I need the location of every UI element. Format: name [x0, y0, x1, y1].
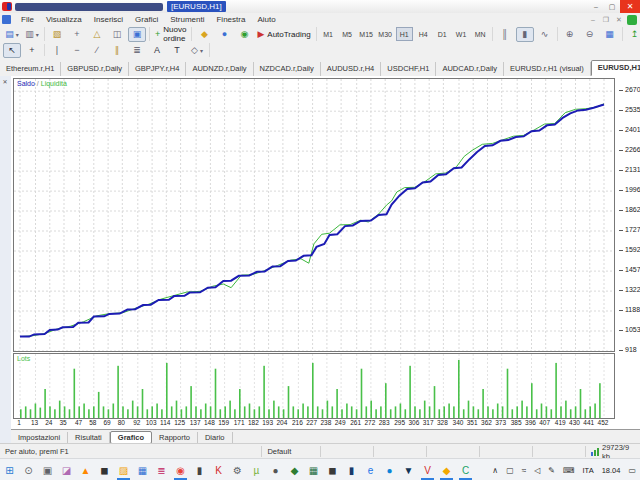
candles-chart-icon[interactable]: ▮: [516, 27, 534, 42]
news-icon[interactable]: ◉: [235, 27, 253, 42]
timeframe-h4[interactable]: H4: [415, 27, 432, 41]
app-icon-7[interactable]: ◼: [323, 460, 342, 480]
timeframe-h1[interactable]: H1: [396, 27, 413, 41]
chart-tab-audcad-r-daily[interactable]: AUDCAD.r,Daily: [436, 62, 504, 76]
timeframe-mn[interactable]: MN: [472, 27, 489, 41]
equity-curve-plot[interactable]: [13, 78, 615, 352]
chart-tab-eurusd-r-h1-visual-[interactable]: EURUSD.r,H1 (visual): [504, 62, 591, 76]
text-icon[interactable]: A: [148, 43, 166, 58]
menu-inserisci[interactable]: Inserisci: [88, 15, 129, 24]
tile-windows-icon[interactable]: ▦: [601, 27, 619, 42]
volume-muted-icon[interactable]: ◁: [530, 466, 544, 475]
menu-visualizza[interactable]: Visualizza: [40, 15, 88, 24]
menu-grafici[interactable]: Grafici: [129, 15, 164, 24]
app-icon-5[interactable]: ▮: [190, 460, 209, 480]
timeframe-m5[interactable]: M5: [339, 27, 356, 41]
tester-graph-area[interactable]: Saldo / Liquidità Lots 26702535240122662…: [11, 76, 640, 429]
app-icon-6[interactable]: ●: [266, 460, 285, 480]
chart-tab-usdchf-h1[interactable]: USDCHF,H1: [381, 62, 436, 76]
skype-icon[interactable]: ●: [380, 460, 399, 480]
chart-tab-audnzd-r-daily[interactable]: AUDNZD.r,Daily: [186, 62, 253, 76]
utorrent-icon[interactable]: µ: [247, 460, 266, 480]
store-icon[interactable]: ▼: [399, 460, 418, 480]
menu-finestra[interactable]: Finestra: [210, 15, 251, 24]
vertical-line-icon[interactable]: |: [48, 43, 66, 58]
timeframe-w1[interactable]: W1: [453, 27, 470, 41]
tablet-mode-icon[interactable]: ▢: [502, 466, 518, 475]
network-icon[interactable]: ≈: [518, 466, 530, 475]
chart-restore-icon[interactable]: ❐: [601, 16, 611, 24]
auto-scroll-icon[interactable]: +: [68, 27, 86, 42]
tester-tab-impostazioni[interactable]: Impostazioni: [11, 432, 68, 443]
trendline-icon[interactable]: ∕: [88, 43, 106, 58]
timeframe-m30[interactable]: M30: [377, 27, 394, 41]
excel-icon[interactable]: ▦: [304, 460, 323, 480]
menu-strumenti[interactable]: Strumenti: [164, 15, 210, 24]
app-icon-3[interactable]: ▦: [133, 460, 152, 480]
history-center-icon[interactable]: ◆: [195, 27, 213, 42]
bars-chart-icon[interactable]: ║: [496, 27, 514, 42]
lots-histogram-plot[interactable]: [13, 353, 615, 419]
arrange-up-icon[interactable]: ↥: [626, 27, 640, 42]
app-icon-c[interactable]: C: [456, 460, 475, 480]
label-icon[interactable]: T: [168, 43, 186, 58]
settings-icon[interactable]: ⚙: [228, 460, 247, 480]
objects-icon[interactable]: △: [88, 27, 106, 42]
app-icon-8[interactable]: ▮: [342, 460, 361, 480]
fibonacci-icon[interactable]: ≣: [128, 43, 146, 58]
antivirus-icon[interactable]: V: [418, 460, 437, 480]
action-center-icon[interactable]: ▭: [624, 466, 640, 475]
keyboard-icon[interactable]: ⌨: [559, 466, 579, 475]
chart-minimize-icon[interactable]: –: [588, 16, 598, 23]
close-button[interactable]: ✕: [620, 0, 640, 13]
profiles-icon[interactable]: ▥▾: [23, 27, 41, 42]
app-icon-1[interactable]: ◪: [57, 460, 76, 480]
tester-tab-diario[interactable]: Diario: [198, 432, 233, 443]
chart-shift-icon[interactable]: ▧: [48, 27, 66, 42]
channel-icon[interactable]: ∥: [108, 43, 126, 58]
minimize-button[interactable]: –: [588, 1, 604, 12]
overlay-green-icon[interactable]: [627, 15, 637, 25]
chart-tab-gbpjpy-r-h4[interactable]: GBPJPY.r,H4: [129, 62, 186, 76]
zoom-out-icon[interactable]: ⊖: [581, 27, 599, 42]
new-order-button[interactable]: +Nuovo ordine: [153, 27, 188, 42]
chart-system-icon[interactable]: [2, 15, 11, 24]
vlc-icon[interactable]: ▲: [76, 460, 95, 480]
language-indicator[interactable]: ITA: [579, 466, 598, 475]
clock[interactable]: 18.04: [598, 466, 625, 475]
timeframe-m15[interactable]: M15: [358, 27, 375, 41]
pen-icon[interactable]: ✎: [544, 466, 559, 475]
chart-close-icon[interactable]: ✕: [614, 16, 624, 24]
timeframe-d1[interactable]: D1: [434, 27, 451, 41]
crosshair-icon[interactable]: +: [23, 43, 41, 58]
hidden-icons-chevron[interactable]: ∧: [488, 466, 502, 475]
tester-close-icon[interactable]: ✕: [1, 78, 9, 86]
app-icon-2[interactable]: ◼: [95, 460, 114, 480]
explorer-icon[interactable]: ▨: [114, 460, 133, 480]
search-icon[interactable]: ⊙: [19, 460, 38, 480]
timeframe-m1[interactable]: M1: [320, 27, 337, 41]
autotrading-button[interactable]: ▶AutoTrading: [255, 27, 312, 42]
chrome-icon[interactable]: ◉: [171, 460, 190, 480]
menu-aiuto[interactable]: Aiuto: [251, 15, 281, 24]
tile-panes-icon[interactable]: ◫: [108, 27, 126, 42]
status-profile[interactable]: Default: [262, 446, 321, 457]
zoom-in-icon[interactable]: ⊕: [561, 27, 579, 42]
maximize-button[interactable]: ▢: [604, 1, 620, 12]
horizontal-line-icon[interactable]: −: [68, 43, 86, 58]
shapes-icon[interactable]: ◇▾: [188, 43, 206, 58]
tester-tab-rapporto[interactable]: Rapporto: [152, 432, 198, 443]
accounts-icon[interactable]: ●: [215, 27, 233, 42]
tester-tab-grafico[interactable]: Grafico: [110, 431, 152, 444]
chart-tab-gbpusd-r-daily[interactable]: GBPUSD.r,Daily: [61, 62, 129, 76]
line-chart-icon[interactable]: ∿: [536, 27, 554, 42]
chart-tab-ethereum-r-h1[interactable]: Ethereum.r,H1: [0, 62, 61, 76]
strategy-tester-icon[interactable]: ▣: [128, 27, 146, 42]
app-icon-k[interactable]: K: [209, 460, 228, 480]
mt4-icon[interactable]: ◆: [437, 460, 456, 480]
chart-tab-audusd-r-h4[interactable]: AUDUSD.r,H4: [321, 62, 382, 76]
task-view-icon[interactable]: ▣: [38, 460, 57, 480]
shield-icon[interactable]: ◆: [285, 460, 304, 480]
cursor-icon[interactable]: ↖: [3, 43, 21, 58]
tester-tab-risultati[interactable]: Risultati: [68, 432, 110, 443]
